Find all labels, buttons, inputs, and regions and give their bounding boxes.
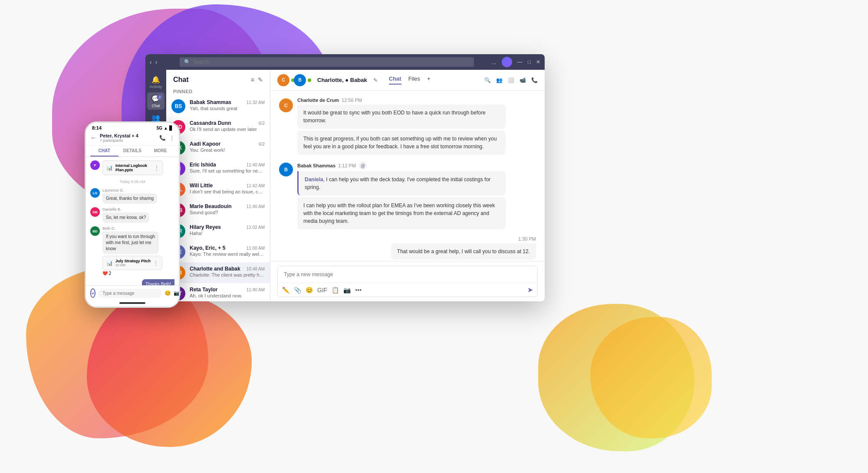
phone-messages: P 📊 Internal Logbook Plan.pptx ⋮ Today 8… (86, 157, 179, 285)
participants-icon[interactable]: 👥 (496, 77, 503, 83)
chat-item-name: Cassandra Dunn (190, 120, 231, 126)
chat-badge: 2 (157, 94, 163, 100)
send-button[interactable]: ➤ (527, 286, 533, 294)
msg-bubble: I can help you with the rollout plan for… (297, 197, 506, 229)
chat-list-item[interactable]: CD Cassandra Dunn 6/2 Ok I'll send an up… (166, 117, 270, 137)
compose-input[interactable] (278, 266, 537, 283)
title-bar-search[interactable]: 🔍 (180, 57, 474, 67)
chat-item-time: 6/2 (259, 142, 265, 147)
msg-content-own: 1:30 PM That would be a great help, I wi… (328, 236, 536, 261)
back-button[interactable]: ← (90, 134, 97, 142)
phone-emoji-button[interactable]: 😊 (164, 290, 171, 296)
more-tools-button[interactable]: ••• (355, 287, 362, 294)
chat-item-info: Eric Ishida 11:40 AM Sure, I'll set up s… (190, 162, 265, 173)
close-button[interactable]: ✕ (536, 59, 540, 65)
search-in-chat-icon[interactable]: 🔍 (484, 77, 491, 83)
chat-list-item[interactable]: KE Kayo, Eric, + 5 11:00 AM Kayo: The re… (166, 241, 270, 262)
audio-call-icon[interactable]: 📞 (531, 77, 538, 83)
edit-conversation-icon[interactable]: ✎ (373, 77, 378, 83)
sidebar-item-chat[interactable]: 2 💬 Chat (147, 92, 164, 110)
chat-item-preview: Sound good? (190, 210, 265, 215)
tab-chat[interactable]: Chat (389, 75, 401, 85)
phone-camera-button[interactable]: 📷 (174, 290, 180, 296)
chat-list-item[interactable]: MB Marie Beaudouin 11:40 AM Sound good? (166, 200, 270, 221)
file-icon: 📊 (106, 165, 113, 171)
phone-msg-avatar: P (90, 160, 100, 170)
phone-action-icons: 📞 ⋮ (159, 135, 174, 141)
phone-msg-sender: Laurence G. (102, 188, 157, 192)
phone-chat-sub: 7 participants (100, 138, 157, 143)
maximize-button[interactable]: □ (528, 59, 531, 65)
phone-msg-row: DB Danielle B. So, let me know, ok? (90, 207, 174, 223)
chat-item-time: 11:02 AM (247, 225, 265, 230)
bg-blob-6 (590, 317, 712, 438)
user-avatar[interactable] (502, 57, 512, 67)
chat-tabs: Chat Files + (389, 75, 431, 85)
chat-list-item[interactable]: HR Hilary Reyes 11:02 AM Haha! (166, 221, 270, 241)
chat-list-item[interactable]: WL Will Little 11:42 AM I don't see that… (166, 179, 270, 200)
chat-item-time: 10:48 AM (247, 267, 265, 271)
chat-item-time: 11:42 AM (247, 183, 265, 188)
nav-forward-button[interactable]: › (155, 59, 158, 65)
phone-chat-info: Peter, Krystal + 4 7 participants (100, 133, 157, 143)
video-call-icon[interactable]: 📹 (519, 77, 526, 83)
phone-call-button[interactable]: 📞 (159, 135, 166, 141)
chat-item-time: 11:32 AM (247, 100, 265, 105)
sticker-button[interactable]: 📋 (332, 287, 339, 294)
emoji-button[interactable]: 😊 (306, 287, 313, 294)
chat-main-header: C B Charlotte, ● Babak ✎ Chat Files + 🔍 … (270, 70, 545, 91)
image-button[interactable]: 📷 (343, 287, 351, 294)
minimize-button[interactable]: — (517, 59, 523, 65)
chat-list-item[interactable]: AK Aadi Kapoor 6/2 You: Great work! (166, 137, 270, 158)
compose-area: ✏️ 📎 😊 GIF 📋 📷 ••• ➤ (270, 261, 545, 301)
tab-files[interactable]: Files (408, 75, 420, 85)
messages-area: C Charlotte de Crum 12:56 PM It would be… (270, 91, 545, 261)
gif-button[interactable]: GIF (317, 287, 327, 294)
chat-list-item[interactable]: CB Charlotte and Babak 10:48 AM Charlott… (166, 262, 270, 283)
phone-tab-details[interactable]: DETAILS (118, 146, 147, 157)
new-chat-button[interactable]: ✎ (258, 76, 263, 83)
chat-item-info: Charlotte and Babak 10:48 AM Charlotte: … (190, 266, 265, 277)
chat-item-time: 11:40 AM (247, 204, 265, 209)
sidebar-item-activity[interactable]: 🔔 Activity (147, 73, 164, 91)
file-menu-icon[interactable]: ⋮ (153, 260, 158, 266)
chat-list-item[interactable]: RT Reta Taylor 11:40 AM Ah, ok I underst… (166, 283, 270, 301)
phone-msg-bubble: If you want to run through with me first… (102, 232, 159, 254)
phone-msg-row: P 📊 Internal Logbook Plan.pptx ⋮ (90, 160, 174, 175)
phone-compose-input[interactable] (98, 289, 162, 298)
filter-button[interactable]: ≡ (251, 76, 254, 83)
phone-msg-row: BD Beth D. If you want to run through wi… (90, 226, 174, 276)
phone-tab-chat[interactable]: CHAT (90, 146, 118, 157)
chat-item-top: Cassandra Dunn 6/2 (190, 120, 265, 126)
phone-add-button[interactable]: + (90, 288, 95, 298)
title-bar: ‹ › 🔍 ... — □ ✕ (145, 54, 545, 70)
tab-add[interactable]: + (427, 75, 431, 85)
format-text-button[interactable]: ✏️ (282, 287, 289, 294)
file-menu-icon[interactable]: ⋮ (154, 165, 159, 171)
chat-item-info: Will Little 11:42 AM I don't see that be… (190, 183, 265, 194)
chat-list-item[interactable]: EI Eric Ishida 11:40 AM Sure, I'll set u… (166, 158, 270, 179)
expand-icon[interactable]: ⬜ (508, 77, 514, 83)
chat-item-info: Hilary Reyes 11:02 AM Haha! (190, 224, 265, 236)
chat-item-time: 6/2 (259, 121, 265, 126)
chat-list-item[interactable]: BS Babak Shammas 11:32 AM Yah, that soun… (166, 96, 270, 117)
chat-item-info: Reta Taylor 11:40 AM Ah, ok I understand… (190, 287, 265, 298)
attach-button[interactable]: 📎 (294, 287, 301, 294)
search-input[interactable] (193, 59, 470, 65)
chat-label: Chat (151, 104, 160, 108)
phone-more-button[interactable]: ⋮ (169, 135, 174, 141)
chat-item-info: Kayo, Eric, + 5 11:00 AM Kayo: The revie… (190, 245, 265, 257)
chat-item-info: Marie Beaudouin 11:40 AM Sound good? (190, 203, 265, 215)
message-group: B Babak Shammas 1:12 PM @ Daniela, I can… (279, 162, 536, 229)
chat-item-preview: I don't see that being an issue, can tak… (190, 189, 265, 194)
bg-blob-4 (87, 291, 252, 447)
nav-back-button[interactable]: ‹ (150, 59, 152, 65)
phone-msg-content: Beth D. If you want to run through with … (102, 226, 162, 276)
chat-list-panel: Chat ≡ ✎ Pinned BS Babak Shammas 11:32 A… (166, 70, 270, 301)
more-options-button[interactable]: ... (491, 59, 496, 65)
phone-home-indicator (86, 300, 179, 307)
phone-tab-more[interactable]: MORE (146, 146, 174, 157)
chat-avatar: BS (171, 99, 185, 113)
phone-reaction: ❤️ 2 (102, 271, 162, 276)
phone-status-icons: 5G ▲ ▊ (157, 126, 173, 130)
